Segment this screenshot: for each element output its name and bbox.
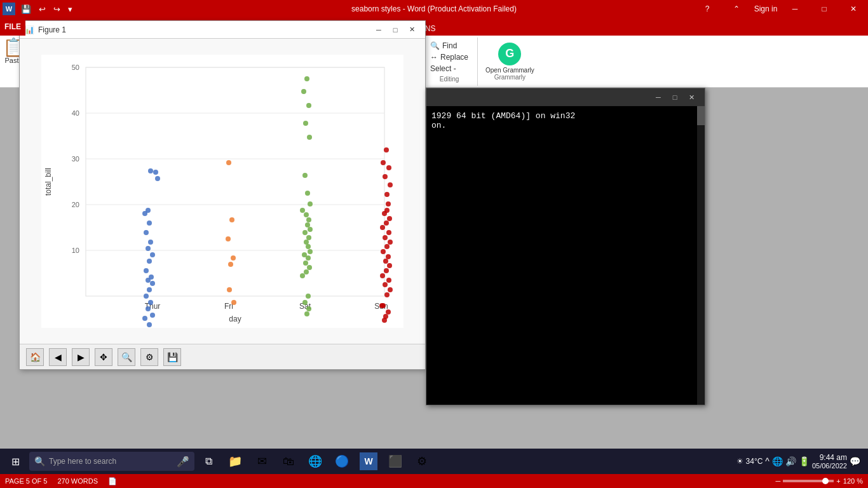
svg-point-87: [386, 230, 391, 235]
sign-in-btn[interactable]: Sign in: [751, 0, 780, 18]
replace-button[interactable]: ↔ Replace: [426, 51, 472, 63]
svg-point-63: [306, 244, 311, 249]
file-tab[interactable]: FILE: [0, 18, 25, 36]
help-btn[interactable]: ?: [693, 0, 722, 18]
status-bar: PAGE 5 OF 5 270 WORDS 📄 ─ + 120 %: [0, 474, 868, 488]
redo-quick-btn[interactable]: ↪: [51, 3, 62, 15]
terminal-scroll-thumb[interactable]: [697, 106, 705, 125]
zoom-slider[interactable]: [783, 480, 834, 482]
svg-point-20: [147, 220, 152, 226]
svg-text:50: 50: [72, 64, 79, 71]
explorer-icon: 📁: [228, 454, 242, 468]
search-bar[interactable]: 🔍 Type here to search 🎤: [29, 452, 194, 471]
editing-section: 🔍 Find ↔ Replace Select - Editing: [421, 37, 478, 86]
svg-point-84: [387, 216, 392, 221]
word-taskbar-btn[interactable]: W: [356, 449, 381, 474]
save-quick-btn[interactable]: 💾: [19, 3, 33, 15]
network-icon[interactable]: 🌐: [772, 456, 783, 466]
svg-point-41: [226, 236, 231, 241]
svg-point-34: [150, 313, 155, 318]
svg-point-78: [386, 165, 391, 170]
customize-quick-btn[interactable]: ▾: [66, 3, 74, 15]
title-bar-left: W 💾 ↩ ↪ ▾: [0, 3, 74, 15]
select-button[interactable]: Select -: [426, 63, 472, 74]
svg-point-67: [303, 261, 308, 266]
svg-point-64: [308, 249, 313, 254]
svg-text:10: 10: [72, 247, 79, 254]
mail-icon: ✉: [257, 454, 267, 468]
grammarly-open-btn[interactable]: G: [498, 43, 521, 65]
chrome-btn[interactable]: 🔵: [329, 449, 355, 474]
quick-access-toolbar: W 💾 ↩ ↪ ▾: [3, 3, 74, 15]
svg-point-73: [306, 306, 311, 311]
svg-point-28: [146, 278, 151, 283]
find-button[interactable]: 🔍 Find: [426, 40, 472, 51]
find-icon: 🔍: [430, 41, 440, 50]
terminal-minimize-btn[interactable]: ─: [650, 90, 667, 104]
figure-maximize-btn[interactable]: □: [387, 24, 403, 36]
svg-point-106: [384, 208, 390, 213]
start-button[interactable]: ⊞: [3, 449, 28, 474]
svg-point-47: [304, 76, 309, 81]
svg-point-40: [229, 217, 234, 222]
svg-point-35: [142, 316, 147, 321]
ribbon-toggle-btn[interactable]: ⌃: [722, 0, 751, 18]
battery-icon[interactable]: 🔋: [799, 456, 810, 466]
clock[interactable]: 9:44 am 05/06/2022: [812, 453, 847, 470]
notification-btn[interactable]: 💬: [850, 456, 860, 466]
volume-icon[interactable]: 🔊: [785, 456, 796, 466]
terminal-maximize-btn[interactable]: □: [667, 90, 683, 104]
close-btn[interactable]: ✕: [839, 0, 868, 18]
store-btn[interactable]: 🛍: [276, 449, 301, 474]
fig-home-btn[interactable]: 🏠: [26, 348, 44, 366]
explorer-btn[interactable]: 📁: [222, 449, 248, 474]
figure-minimize-btn[interactable]: ─: [370, 24, 387, 36]
python-btn[interactable]: ⬛: [383, 449, 408, 474]
select-label: Select -: [430, 64, 456, 73]
cortana-icon: 🎤: [177, 456, 189, 468]
fig-config-btn[interactable]: ⚙: [140, 348, 158, 366]
svg-point-32: [148, 300, 153, 305]
settings-icon: ⚙: [417, 454, 427, 468]
zoom-in-btn[interactable]: +: [836, 477, 840, 485]
terminal-titlebar: ─ □ ✕: [426, 88, 705, 106]
svg-point-71: [306, 294, 311, 299]
grammarly-open-label[interactable]: Open Grammarly: [485, 67, 534, 74]
svg-point-88: [383, 235, 388, 240]
svg-point-102: [386, 309, 391, 315]
zoom-out-btn[interactable]: ─: [776, 477, 781, 485]
weather-temp: ☀ 34°C: [736, 457, 763, 466]
svg-point-21: [144, 230, 149, 235]
task-view-btn[interactable]: ⧉: [196, 449, 221, 474]
undo-quick-btn[interactable]: ↩: [37, 3, 48, 15]
svg-point-19: [142, 211, 147, 216]
fig-save-btn[interactable]: 💾: [163, 348, 181, 366]
svg-point-82: [386, 201, 391, 207]
terminal-body: 1929 64 bit (AMD64)] on win32 on.: [426, 106, 705, 405]
figure-title: 📊 Figure 1: [25, 25, 66, 34]
svg-point-91: [381, 249, 386, 254]
svg-point-31: [144, 294, 149, 299]
minimize-btn[interactable]: ─: [780, 0, 810, 18]
settings-btn[interactable]: ⚙: [409, 449, 435, 474]
svg-point-56: [304, 212, 309, 217]
mail-btn[interactable]: ✉: [249, 449, 275, 474]
fig-back-btn[interactable]: ◀: [49, 348, 67, 366]
fig-forward-btn[interactable]: ▶: [72, 348, 90, 366]
terminal-scrollbar[interactable]: [697, 106, 705, 405]
editing-section-label: Editing: [426, 76, 472, 83]
terminal-close-btn[interactable]: ✕: [683, 90, 700, 104]
svg-point-77: [381, 160, 386, 165]
edge-btn[interactable]: 🌐: [302, 449, 328, 474]
svg-point-66: [306, 255, 311, 261]
fig-move-btn[interactable]: ✥: [95, 348, 112, 366]
figure-close-btn[interactable]: ✕: [403, 24, 420, 36]
store-icon: 🛍: [283, 455, 294, 468]
svg-point-39: [226, 160, 231, 165]
svg-point-24: [150, 252, 155, 257]
svg-point-25: [147, 259, 152, 264]
svg-point-45: [231, 300, 236, 305]
maximize-btn[interactable]: □: [810, 0, 839, 18]
show-hidden-icons[interactable]: ^: [765, 456, 770, 466]
fig-zoom-btn[interactable]: 🔍: [118, 348, 135, 366]
